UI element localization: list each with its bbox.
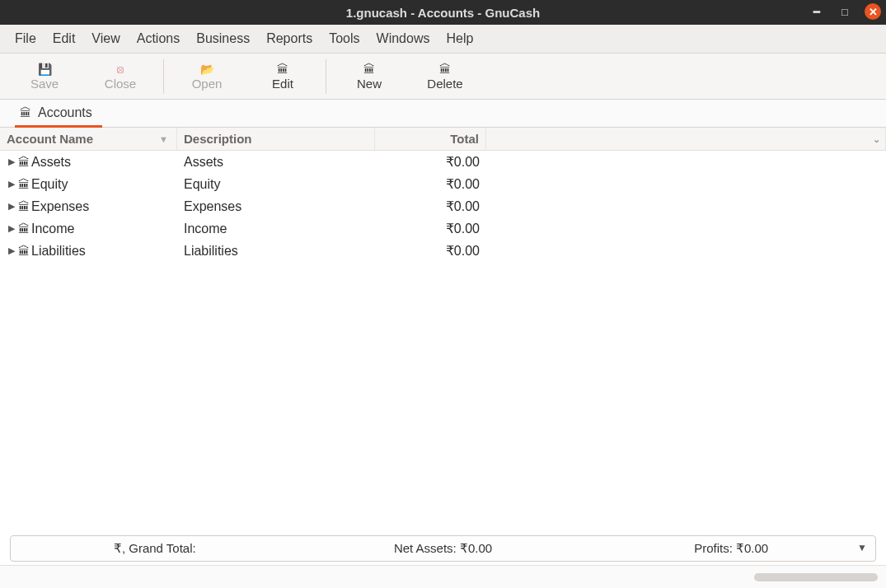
close-window-button[interactable]: ✕ [865, 3, 881, 20]
edit-icon: 🏛 [277, 62, 288, 77]
account-name: Assets [31, 155, 71, 170]
account-total: ₹0.00 [375, 176, 486, 192]
sort-indicator-icon: ▼ [159, 134, 168, 144]
account-name: Income [31, 222, 74, 236]
menu-help[interactable]: Help [438, 28, 481, 49]
account-name: Liabilities [31, 244, 86, 259]
expander-icon[interactable]: ▶ [7, 245, 16, 256]
menu-windows[interactable]: Windows [368, 28, 438, 49]
account-total: ₹0.00 [375, 243, 486, 259]
table-row[interactable]: ▶ Equity Equity ₹0.00 [0, 173, 886, 195]
delete-button[interactable]: 🏛 Delete [407, 55, 483, 98]
column-spacer: ⌄ [486, 128, 886, 150]
menu-file[interactable]: File [7, 28, 45, 49]
tab-accounts[interactable]: Accounts [15, 100, 102, 128]
window-controls: ━ □ ✕ [809, 3, 881, 20]
horizontal-scrollbar[interactable] [754, 573, 878, 581]
new-button[interactable]: 🏛 New [331, 55, 407, 98]
tree-header: Account Name ▼ Description Total ⌄ [0, 128, 886, 151]
account-name: Equity [31, 177, 68, 192]
account-desc: Liabilities [177, 244, 375, 259]
bank-icon [18, 177, 30, 192]
menu-actions[interactable]: Actions [129, 28, 188, 49]
summary-grand-total: ₹, Grand Total: [11, 541, 299, 556]
bank-icon [18, 222, 30, 236]
summary-net-assets: Net Assets: ₹0.00 [299, 541, 588, 556]
table-row[interactable]: ▶ Expenses Expenses ₹0.00 [0, 195, 886, 217]
account-total: ₹0.00 [375, 154, 486, 170]
new-label: New [357, 77, 382, 91]
tab-strip: Accounts [0, 100, 886, 128]
account-desc: Income [177, 222, 375, 236]
bank-icon [20, 105, 31, 120]
chevron-down-icon[interactable]: ▼ [857, 542, 867, 553]
edit-button[interactable]: 🏛 Edit [245, 55, 321, 98]
window-title: 1.gnucash - Accounts - GnuCash [0, 6, 886, 20]
save-label: Save [30, 77, 59, 91]
menu-reports[interactable]: Reports [258, 28, 321, 49]
toolbar-separator [163, 59, 164, 94]
summary-bar[interactable]: ₹, Grand Total: Net Assets: ₹0.00 Profit… [10, 535, 876, 562]
save-button[interactable]: 💾 Save [7, 55, 82, 98]
table-row[interactable]: ▶ Liabilities Liabilities ₹0.00 [0, 240, 886, 262]
table-row[interactable]: ▶ Income Income ₹0.00 [0, 217, 886, 240]
account-desc: Assets [177, 155, 375, 170]
account-total: ₹0.00 [375, 198, 486, 214]
menu-edit[interactable]: Edit [45, 28, 84, 49]
tab-accounts-label: Accounts [38, 105, 92, 120]
close-button[interactable]: ⦻ Close [82, 55, 158, 98]
menu-business[interactable]: Business [188, 28, 258, 49]
account-tree[interactable]: ▶ Assets Assets ₹0.00 ▶ Equity Equity ₹0… [0, 151, 886, 529]
expander-icon[interactable]: ▶ [7, 179, 16, 189]
open-label: Open [192, 77, 223, 91]
account-desc: Expenses [177, 199, 375, 214]
column-description[interactable]: Description [177, 128, 375, 150]
account-total: ₹0.00 [375, 221, 486, 236]
column-total[interactable]: Total [375, 128, 486, 150]
menu-tools[interactable]: Tools [321, 28, 368, 49]
expander-icon[interactable]: ▶ [7, 223, 16, 234]
close-icon: ⦻ [115, 62, 126, 77]
delete-label: Delete [427, 77, 462, 91]
bottom-bar [0, 565, 886, 588]
table-row[interactable]: ▶ Assets Assets ₹0.00 [0, 151, 886, 173]
folder-open-icon: 📂 [200, 62, 214, 77]
summary-profits: Profits: ₹0.00 [587, 541, 875, 556]
toolbar-separator [326, 59, 326, 94]
account-name: Expenses [31, 199, 89, 214]
window-titlebar: 1.gnucash - Accounts - GnuCash ━ □ ✕ [0, 0, 886, 25]
delete-icon: 🏛 [439, 62, 451, 77]
column-menu-icon[interactable]: ⌄ [873, 134, 880, 145]
summary-wrap: ₹, Grand Total: Net Assets: ₹0.00 Profit… [0, 529, 886, 565]
column-account-name[interactable]: Account Name ▼ [0, 128, 177, 150]
maximize-button[interactable]: □ [837, 3, 853, 20]
expander-icon[interactable]: ▶ [7, 201, 16, 212]
bank-icon [18, 199, 30, 214]
save-icon: 💾 [38, 62, 52, 77]
bank-icon [18, 155, 30, 170]
new-icon: 🏛 [363, 62, 375, 77]
bank-icon [18, 244, 30, 259]
toolbar: 💾 Save ⦻ Close 📂 Open 🏛 Edit 🏛 New 🏛 Del… [0, 54, 886, 100]
close-label: Close [105, 77, 136, 91]
account-desc: Equity [177, 177, 375, 192]
menu-view[interactable]: View [83, 28, 128, 49]
expander-icon[interactable]: ▶ [7, 156, 16, 167]
edit-label: Edit [272, 77, 293, 91]
menu-bar: File Edit View Actions Business Reports … [0, 25, 886, 54]
minimize-button[interactable]: ━ [809, 3, 825, 20]
open-button[interactable]: 📂 Open [169, 55, 245, 98]
